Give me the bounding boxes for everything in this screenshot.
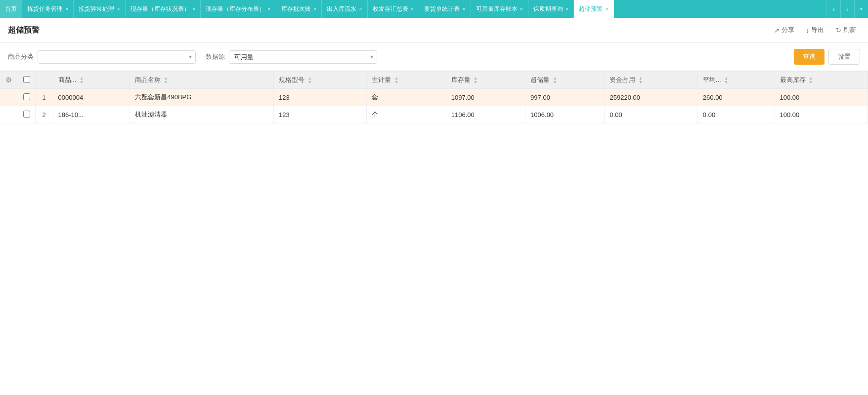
close-icon[interactable]: × — [192, 6, 195, 12]
close-icon[interactable]: × — [313, 6, 316, 12]
th-product-code[interactable]: 商品... ▲▼ — [53, 72, 130, 89]
close-icon[interactable]: × — [605, 6, 608, 12]
query-button[interactable]: 查询 — [794, 49, 825, 65]
th-max-stock[interactable]: 最高库存 ▲▼ — [775, 72, 868, 89]
filter-row: 商品分类 数据源 可用量 查询 设置 — [0, 43, 868, 71]
th-settings: ⚙ — [0, 72, 18, 89]
export-icon: ↓ — [806, 27, 810, 34]
close-icon[interactable]: × — [359, 6, 362, 12]
close-icon[interactable]: × — [117, 6, 120, 12]
nav-more-arrow[interactable]: ‣ — [854, 0, 868, 18]
nav-pick-task[interactable]: 拣货任务管理 × — [22, 0, 74, 18]
row-max-stock: 100.00 — [775, 106, 868, 123]
category-filter: 商品分类 — [8, 50, 196, 64]
nav-pick-exception[interactable]: 拣货异常处理 × — [74, 0, 125, 18]
row-over-stock: 1006.00 — [525, 106, 605, 123]
datasource-select-wrapper: 可用量 — [229, 50, 377, 64]
row-product-code: 0000004 — [53, 89, 130, 106]
row-checkbox-cell — [18, 106, 35, 123]
datasource-label: 数据源 — [206, 52, 225, 61]
close-icon[interactable]: × — [65, 6, 68, 12]
refresh-button[interactable]: ↻ 刷新 — [832, 24, 860, 37]
page-content: 超储预警 ↗ 分享 ↓ 导出 ↻ 刷新 商品分类 — [0, 18, 868, 395]
close-icon[interactable]: × — [520, 6, 523, 12]
row-stock: 1106.00 — [446, 106, 525, 123]
export-button[interactable]: ↓ 导出 — [802, 24, 828, 37]
settings-button[interactable]: 设置 — [828, 49, 860, 65]
sort-arrows-spec: ▲▼ — [308, 77, 312, 84]
row-gear-cell — [0, 89, 18, 106]
row-checkbox[interactable] — [23, 111, 30, 118]
top-navigation: 首页 拣货任务管理 × 拣货异常处理 × 现存量（库存状况表） × 现存量（库存… — [0, 0, 868, 18]
table-header-row: ⚙ 商品... ▲▼ 商品名称 ▲▼ 规格型号 — [0, 72, 868, 89]
row-number: 2 — [35, 106, 53, 123]
close-icon[interactable]: × — [462, 6, 465, 12]
sort-arrows-unit: ▲▼ — [394, 77, 398, 84]
row-spec: 123 — [274, 89, 367, 106]
refresh-icon: ↻ — [836, 27, 841, 34]
gear-icon[interactable]: ⚙ — [5, 76, 12, 84]
th-product-name[interactable]: 商品名称 ▲▼ — [130, 72, 274, 89]
nav-stock-status[interactable]: 现存量（库存状况表） × — [126, 0, 201, 18]
nav-available-stock[interactable]: 可用量库存账本 × — [471, 0, 528, 18]
close-icon[interactable]: × — [565, 6, 568, 12]
th-checkbox — [18, 72, 35, 89]
row-product-name: 六配套新昌490BPG — [130, 89, 274, 106]
table-row: 1 0000004 六配套新昌490BPG 123 套 1097.00 997.… — [0, 89, 868, 106]
filter-buttons: 查询 设置 — [794, 49, 860, 65]
sort-arrows-product-code: ▲▼ — [80, 77, 84, 84]
th-capital[interactable]: 资金占用 ▲▼ — [605, 72, 697, 89]
th-stock[interactable]: 库存量 ▲▼ — [446, 72, 525, 89]
row-product-code: 186-10... — [53, 106, 130, 123]
row-stock: 1097.00 — [446, 89, 525, 106]
page-title: 超储预警 — [8, 25, 770, 36]
row-avg: 260.00 — [697, 89, 775, 106]
th-spec[interactable]: 规格型号 ▲▼ — [274, 72, 367, 89]
datasource-filter: 数据源 可用量 — [206, 50, 377, 64]
share-button[interactable]: ↗ 分享 — [770, 24, 798, 37]
nav-inout-flow[interactable]: 出入库流水 × — [322, 0, 367, 18]
row-spec: 123 — [274, 106, 367, 123]
row-capital: 0.00 — [605, 106, 697, 123]
category-select-wrapper — [38, 50, 196, 64]
nav-batch-account[interactable]: 库存批次账 × — [276, 0, 322, 18]
close-icon[interactable]: × — [411, 6, 414, 12]
category-select[interactable] — [38, 50, 196, 64]
row-checkbox-cell — [18, 89, 35, 106]
th-avg[interactable]: 平均... ▲▼ — [697, 72, 775, 89]
datasource-select[interactable]: 可用量 — [229, 50, 377, 64]
share-icon: ↗ — [774, 27, 780, 34]
nav-home[interactable]: 首页 — [0, 0, 22, 18]
sort-arrows-capital: ▲▼ — [639, 77, 643, 84]
row-number: 1 — [35, 89, 53, 106]
page-actions: ↗ 分享 ↓ 导出 ↻ 刷新 — [770, 24, 861, 37]
sort-arrows-over-stock: ▲▼ — [553, 77, 557, 84]
nav-next-arrow[interactable]: › — [840, 0, 854, 18]
nav-arrow-group: ‹ › ‣ — [826, 0, 868, 18]
nav-summary[interactable]: 收发存汇总表 × — [368, 0, 419, 18]
select-all-checkbox[interactable] — [23, 76, 30, 83]
sort-arrows-product-name: ▲▼ — [164, 77, 168, 84]
nav-overstock-alert[interactable]: 超储预警 × — [574, 0, 613, 18]
th-over-stock[interactable]: 超储量 ▲▼ — [525, 72, 605, 89]
row-capital: 259220.00 — [605, 89, 697, 106]
row-max-stock: 100.00 — [775, 89, 868, 106]
sort-arrows-stock: ▲▼ — [474, 77, 477, 84]
row-over-stock: 997.00 — [525, 89, 605, 106]
table-body: 1 0000004 六配套新昌490BPG 123 套 1097.00 997.… — [0, 89, 868, 123]
page-header: 超储预警 ↗ 分享 ↓ 导出 ↻ 刷新 — [0, 18, 868, 43]
row-checkbox[interactable] — [23, 93, 30, 100]
row-gear-cell — [0, 106, 18, 123]
nav-shelf-life[interactable]: 保质期查询 × — [528, 0, 574, 18]
row-unit: 套 — [367, 89, 446, 106]
overstock-table: ⚙ 商品... ▲▼ 商品名称 ▲▼ 规格型号 — [0, 71, 868, 123]
row-avg: 0.00 — [697, 106, 775, 123]
table-row: 2 186-10... 机油滤清器 123 个 1106.00 1006.00 … — [0, 106, 868, 123]
row-unit: 个 — [367, 106, 446, 123]
close-icon[interactable]: × — [267, 6, 270, 12]
sort-arrows-max-stock: ▲▼ — [809, 77, 813, 84]
nav-requisition[interactable]: 要货单统计表 × — [419, 0, 471, 18]
th-unit[interactable]: 主计量 ▲▼ — [367, 72, 446, 89]
nav-stock-distribution[interactable]: 现存量（库存分布表） × — [201, 0, 276, 18]
nav-prev-arrow[interactable]: ‹ — [826, 0, 840, 18]
